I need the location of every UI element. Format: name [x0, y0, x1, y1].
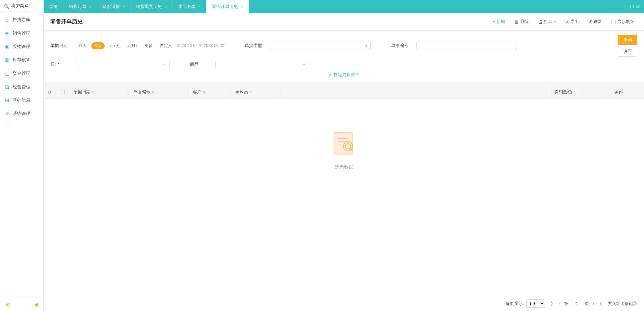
- add-button[interactable]: + 新增: [490, 17, 508, 26]
- print-dropdown-icon: ▾: [554, 20, 556, 24]
- table-wrapper: ⚙ 单据日期 ⇅: [44, 86, 644, 197]
- col-amount: 实销金额 ⇅: [550, 86, 610, 99]
- col-doc-no: 单据编号 ⇅: [129, 86, 189, 99]
- sidebar-item-label: 资金管理: [13, 70, 30, 76]
- tab-home[interactable]: 首页: [44, 0, 63, 13]
- tab-close-icon[interactable]: ×: [241, 4, 243, 9]
- collapse-filter-btn[interactable]: ∧ 收起更多条件: [50, 72, 637, 78]
- tab-close-icon[interactable]: ×: [89, 4, 91, 9]
- sort-customer[interactable]: 客户 ⇅: [193, 89, 227, 95]
- doc-type-select[interactable]: ▾: [270, 42, 371, 50]
- sidebar-item-purchase-mgmt[interactable]: ◉ 采购管理: [0, 40, 43, 53]
- customer-input[interactable]: ···: [76, 60, 170, 68]
- delete-button[interactable]: 🗑 删除: [512, 17, 532, 26]
- dropdown-icon: ▾: [365, 43, 368, 48]
- sidebar-item-label: 采购管理: [13, 44, 30, 50]
- tab-sales-order[interactable]: 销售订单 ×: [63, 0, 97, 13]
- date-yesterday[interactable]: 昨天: [76, 42, 89, 49]
- query-button[interactable]: 查询: [618, 35, 637, 45]
- tab-retail-open[interactable]: 零售开单 ×: [173, 0, 206, 13]
- sidebar-item-finance[interactable]: ◫ 资金管理: [0, 67, 43, 80]
- sort-guide[interactable]: 导购员 ⇅: [235, 89, 278, 95]
- sidebar-item-label: 基础信息: [13, 97, 30, 103]
- sort-doc-no-icon: ⇅: [152, 90, 154, 94]
- empty-state: 暂无数据: [44, 99, 644, 197]
- tab-bar-right: － □ ×: [622, 3, 644, 10]
- main-area: 首页 销售订单 × 销货退货 × 销货退货历史 × 零售开单 × 零售开单历史 …: [44, 0, 644, 311]
- export-label: 导出: [570, 19, 579, 25]
- page-header: 零售开单历史 + 新增 🗑 删除 🖨 打印 ▾ ↗: [44, 13, 644, 31]
- pagination-nav: ⟨⟨ ⟨ 第 页 ⟩ ⟩⟩: [548, 300, 605, 307]
- customer-ellipsis-icon: ···: [163, 62, 167, 67]
- date-1month[interactable]: 近1月: [125, 42, 140, 49]
- print-label: 打印: [544, 19, 553, 25]
- tab-sales-return-history[interactable]: 销货退货历史 ×: [131, 0, 173, 13]
- collapse-sidebar-icon[interactable]: ◀: [34, 301, 38, 308]
- sort-amount[interactable]: 实销金额 ⇅: [554, 89, 606, 95]
- tab-close-icon[interactable]: ×: [165, 4, 167, 9]
- select-all-checkbox[interactable]: [60, 90, 65, 94]
- sort-amount-icon: ⇅: [573, 90, 576, 94]
- refresh-button[interactable]: ↺ 刷新: [586, 17, 605, 26]
- sidebar-search[interactable]: 🔍 搜索采单: [0, 0, 43, 13]
- sidebar-item-operations[interactable]: ⊞ 经营管理: [0, 80, 43, 94]
- settings-button[interactable]: 设置: [618, 47, 637, 57]
- last-page-btn[interactable]: ⟩⟩: [597, 300, 605, 307]
- toolbar: + 新增 🗑 删除 🖨 打印 ▾ ↗ 导出: [490, 17, 637, 26]
- col-doc-no-label: 单据编号: [133, 89, 150, 95]
- tab-close-icon[interactable]: ×: [122, 4, 125, 9]
- date-more[interactable]: 更多: [142, 42, 155, 49]
- per-page-select[interactable]: 50 100 200: [526, 299, 545, 308]
- doc-no-input[interactable]: [416, 42, 517, 50]
- col-customer: 客户 ⇅: [189, 86, 231, 99]
- next-page-btn[interactable]: ⟩: [590, 300, 596, 307]
- tab-label: 零售开单历史: [212, 4, 238, 10]
- doc-no-label: 单据编号: [391, 43, 410, 49]
- sort-date[interactable]: 单据日期 ⇅: [73, 89, 125, 95]
- col-settings: ⚙: [44, 86, 56, 99]
- sidebar-item-sys-mgmt[interactable]: ↺ 系统管理: [0, 107, 43, 120]
- print-icon: 🖨: [538, 19, 543, 24]
- delete-icon: 🗑: [514, 19, 519, 24]
- date-range-display: 2023-06-02 至 2023-06-02: [177, 43, 224, 49]
- tab-retail-history[interactable]: 零售开单历史 ×: [206, 0, 249, 13]
- col-date: 单据日期 ⇅: [69, 86, 129, 99]
- per-page-label: 每页显示: [505, 301, 523, 307]
- sidebar-item-label: 销售管理: [13, 30, 30, 36]
- sidebar-item-sales-mgmt[interactable]: ◈ 销售管理: [0, 27, 43, 40]
- tab-close-icon[interactable]: ×: [198, 4, 201, 9]
- sidebar-item-basic-info[interactable]: ⊟ 基础信息: [0, 94, 43, 107]
- window-maximize[interactable]: □: [630, 4, 634, 10]
- sort-doc-no[interactable]: 单据编号 ⇅: [133, 89, 184, 95]
- col-customer-label: 客户: [193, 89, 201, 95]
- window-close[interactable]: ×: [637, 4, 640, 10]
- goods-input[interactable]: ···: [215, 60, 309, 68]
- col-action-label: 操作: [614, 89, 623, 94]
- date-custom[interactable]: 自定义: [157, 42, 175, 49]
- export-button[interactable]: ↗ 导出: [562, 17, 582, 26]
- page-input[interactable]: [570, 300, 583, 307]
- doc-type-label: 单据类型: [245, 43, 263, 49]
- print-button[interactable]: 🖨 打印 ▾: [536, 17, 558, 26]
- sales-icon: ◈: [4, 30, 10, 36]
- goods-ellipsis-icon: ···: [303, 62, 306, 67]
- window-minimize[interactable]: －: [622, 3, 627, 10]
- date-filter-label: 单据日期: [50, 43, 69, 49]
- col-guide: 导购员 ⇅: [231, 86, 282, 99]
- sidebar-item-quick-nav[interactable]: ⌂ 快捷导航: [0, 13, 43, 27]
- settings-bottom-icon[interactable]: ⚙: [5, 301, 10, 308]
- date-7days[interactable]: 近7天: [107, 42, 122, 49]
- add-label: + 新增: [493, 19, 505, 25]
- table-settings-icon[interactable]: ⚙: [48, 90, 52, 95]
- basic-icon: ⊟: [4, 97, 10, 103]
- col-amount-label: 实销金额: [554, 89, 572, 95]
- tab-sales-return[interactable]: 销货退货 ×: [97, 0, 131, 13]
- date-today[interactable]: 今天: [91, 42, 105, 49]
- sidebar-item-inventory[interactable]: ▦ 库存核算: [0, 53, 43, 67]
- sort-customer-icon: ⇅: [203, 90, 205, 94]
- first-page-btn[interactable]: ⟨⟨: [548, 300, 556, 307]
- refresh-icon: ↺: [588, 19, 592, 24]
- sidebar-item-label: 经营管理: [13, 84, 30, 90]
- prev-page-btn[interactable]: ⟨: [557, 300, 563, 307]
- display-detail-button[interactable]: 显示明细: [609, 17, 637, 26]
